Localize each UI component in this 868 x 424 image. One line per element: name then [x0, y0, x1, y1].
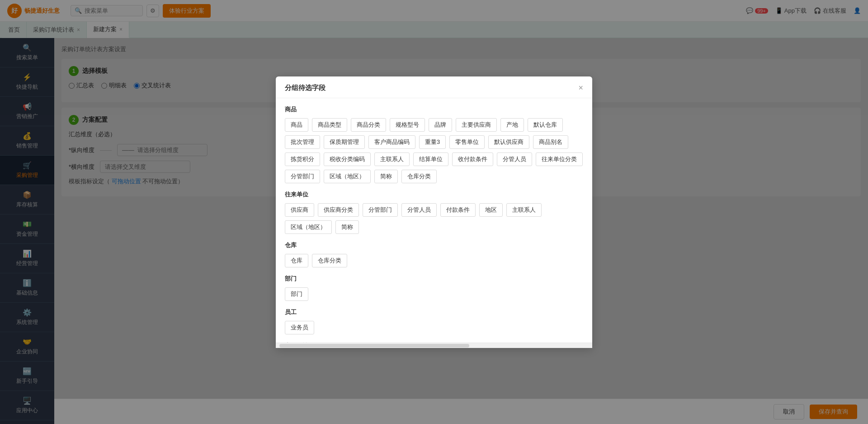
tag-grid-warehouse: 仓库仓库分类 [285, 254, 583, 267]
tag-grid-partner: 供应商供应商分类分管部门分管人员付款条件地区主联系人区域（地区）简称 [285, 203, 583, 234]
field-tag-product-6[interactable]: 产地 [500, 118, 524, 132]
section-title-product: 商品 [285, 105, 583, 114]
modal-section-staff: 员工业务员 [285, 308, 583, 334]
field-tag-partner-5[interactable]: 地区 [479, 203, 503, 217]
modal-title: 分组待选字段 [285, 84, 326, 92]
modal-section-product: 商品商品商品类型商品分类规格型号品牌主要供应商产地默认仓库批次管理保质期管理客户… [285, 105, 583, 183]
field-tag-product-1[interactable]: 商品类型 [312, 118, 347, 132]
field-tag-department-0[interactable]: 部门 [285, 287, 308, 301]
modal-section-warehouse: 仓库仓库仓库分类 [285, 241, 583, 267]
field-tag-product-3[interactable]: 规格型号 [390, 118, 425, 132]
field-tag-product-24[interactable]: 简称 [374, 170, 398, 183]
field-tag-product-18[interactable]: 结算单位 [413, 152, 448, 166]
modal-close-btn[interactable]: × [578, 84, 583, 92]
field-tag-product-16[interactable]: 税收分类编码 [324, 152, 371, 166]
section-title-department: 部门 [285, 275, 583, 283]
field-tag-product-19[interactable]: 收付款条件 [452, 152, 493, 166]
field-tag-product-17[interactable]: 主联系人 [374, 152, 410, 166]
modal-section-partner: 往来单位供应商供应商分类分管部门分管人员付款条件地区主联系人区域（地区）简称 [285, 191, 583, 234]
field-tag-product-23[interactable]: 区域（地区） [324, 170, 371, 183]
field-tag-partner-0[interactable]: 供应商 [285, 203, 314, 217]
tag-grid-staff: 业务员 [285, 321, 583, 334]
tag-grid-product: 商品商品类型商品分类规格型号品牌主要供应商产地默认仓库批次管理保质期管理客户商品… [285, 118, 583, 183]
field-tag-product-15[interactable]: 拣货积分 [285, 152, 320, 166]
field-tag-partner-1[interactable]: 供应商分类 [318, 203, 359, 217]
field-tag-product-9[interactable]: 保质期管理 [324, 135, 365, 149]
field-tag-partner-8[interactable]: 简称 [335, 220, 359, 234]
hscroll-thumb [279, 344, 469, 348]
modal-body[interactable]: 商品商品商品类型商品分类规格型号品牌主要供应商产地默认仓库批次管理保质期管理客户… [276, 98, 592, 343]
field-tag-product-11[interactable]: 重量3 [419, 135, 446, 149]
field-tag-product-21[interactable]: 往来单位分类 [536, 152, 583, 166]
tag-grid-department: 部门 [285, 287, 583, 301]
section-title-warehouse: 仓库 [285, 241, 583, 249]
field-tag-partner-6[interactable]: 主联系人 [506, 203, 542, 217]
field-tag-partner-4[interactable]: 付款条件 [440, 203, 476, 217]
field-select-modal: 分组待选字段 × 商品商品商品类型商品分类规格型号品牌主要供应商产地默认仓库批次… [276, 76, 592, 348]
field-tag-partner-2[interactable]: 分管部门 [363, 203, 398, 217]
modal-overlay: 分组待选字段 × 商品商品商品类型商品分类规格型号品牌主要供应商产地默认仓库批次… [0, 0, 868, 424]
section-title-staff: 员工 [285, 308, 583, 316]
modal-section-department: 部门部门 [285, 275, 583, 301]
field-tag-product-12[interactable]: 零售单位 [449, 135, 485, 149]
field-tag-product-5[interactable]: 主要供应商 [456, 118, 497, 132]
field-tag-product-14[interactable]: 商品别名 [533, 135, 568, 149]
field-tag-product-20[interactable]: 分管人员 [497, 152, 532, 166]
modal-header: 分组待选字段 × [276, 76, 592, 98]
modal-hscroll[interactable] [276, 343, 592, 348]
field-tag-product-0[interactable]: 商品 [285, 118, 308, 132]
field-tag-warehouse-0[interactable]: 仓库 [285, 254, 308, 267]
field-tag-product-13[interactable]: 默认供应商 [488, 135, 529, 149]
field-tag-warehouse-1[interactable]: 仓库分类 [312, 254, 347, 267]
field-tag-staff-0[interactable]: 业务员 [285, 321, 314, 334]
field-tag-partner-3[interactable]: 分管人员 [401, 203, 437, 217]
field-tag-partner-7[interactable]: 区域（地区） [285, 220, 332, 234]
field-tag-product-8[interactable]: 批次管理 [285, 135, 320, 149]
field-tag-product-22[interactable]: 分管部门 [285, 170, 320, 183]
field-tag-product-4[interactable]: 品牌 [429, 118, 452, 132]
field-tag-product-10[interactable]: 客户商品编码 [368, 135, 415, 149]
field-tag-product-25[interactable]: 仓库分类 [401, 170, 437, 183]
field-tag-product-2[interactable]: 商品分类 [351, 118, 386, 132]
section-title-partner: 往来单位 [285, 191, 583, 199]
field-tag-product-7[interactable]: 默认仓库 [528, 118, 563, 132]
